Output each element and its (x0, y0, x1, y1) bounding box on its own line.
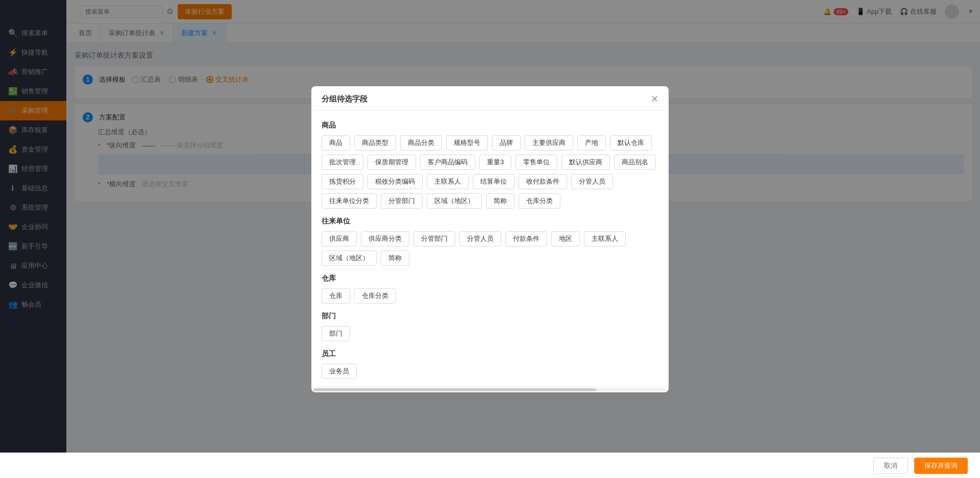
field-tag-0-17[interactable]: 主联系人 (427, 174, 469, 189)
modal-close-icon[interactable]: ✕ (651, 94, 658, 104)
field-tag-0-18[interactable]: 结算单位 (473, 174, 514, 189)
field-tag-0-0[interactable]: 商品 (322, 135, 350, 150)
field-tag-0-5[interactable]: 主要供应商 (525, 135, 573, 150)
cancel-button[interactable]: 取消 (873, 458, 908, 474)
field-tag-0-3[interactable]: 规格型号 (446, 135, 488, 150)
field-tag-1-8[interactable]: 简称 (381, 250, 409, 266)
modal-overlay: 分组待选字段 ✕ 商品商品商品类型商品分类规格型号品牌主要供应商产地默认仓库批次… (0, 0, 980, 478)
field-tag-0-11[interactable]: 重量3 (479, 155, 511, 170)
field-tag-0-21[interactable]: 往来单位分类 (322, 193, 377, 209)
field-tag-0-20[interactable]: 分管人员 (571, 174, 613, 189)
field-tag-1-7[interactable]: 区域（地区） (322, 250, 377, 266)
field-tag-0-12[interactable]: 零售单位 (516, 155, 557, 170)
field-tag-0-25[interactable]: 仓库分类 (519, 193, 560, 209)
field-tag-1-2[interactable]: 分管部门 (413, 231, 455, 246)
field-tag-0-13[interactable]: 默认供应商 (561, 155, 610, 170)
modal: 分组待选字段 ✕ 商品商品商品类型商品分类规格型号品牌主要供应商产地默认仓库批次… (311, 86, 669, 392)
field-tag-0-4[interactable]: 品牌 (492, 135, 521, 150)
section-title-4: 员工 (322, 349, 658, 359)
field-tag-0-19[interactable]: 收付款条件 (519, 174, 567, 189)
field-tag-0-7[interactable]: 默认仓库 (610, 135, 652, 150)
field-group-0: 商品商品类型商品分类规格型号品牌主要供应商产地默认仓库批次管理保质期管理客户商品… (322, 135, 658, 209)
field-tag-3-0[interactable]: 部门 (322, 326, 350, 341)
field-tag-4-0[interactable]: 业务员 (322, 364, 357, 379)
modal-title: 分组待选字段 (322, 94, 368, 104)
section-title-2: 仓库 (322, 274, 658, 283)
modal-body: 商品商品商品类型商品分类规格型号品牌主要供应商产地默认仓库批次管理保质期管理客户… (311, 111, 669, 387)
field-tag-0-9[interactable]: 保质期管理 (368, 155, 416, 170)
field-tag-1-0[interactable]: 供应商 (322, 231, 357, 246)
field-tag-0-2[interactable]: 商品分类 (400, 135, 442, 150)
modal-header: 分组待选字段 ✕ (311, 86, 669, 111)
field-tag-0-14[interactable]: 商品别名 (614, 155, 656, 170)
field-tag-0-1[interactable]: 商品类型 (354, 135, 396, 150)
field-tag-0-15[interactable]: 拣货积分 (322, 174, 363, 189)
section-title-3: 部门 (322, 312, 658, 321)
field-tag-1-6[interactable]: 主联系人 (584, 231, 626, 246)
field-tag-1-1[interactable]: 供应商分类 (361, 231, 409, 246)
save-query-button[interactable]: 保存并查询 (914, 458, 968, 474)
field-tag-0-24[interactable]: 简称 (486, 193, 514, 209)
field-group-4: 业务员 (322, 364, 658, 379)
field-tag-0-8[interactable]: 批次管理 (322, 155, 363, 170)
field-tag-1-5[interactable]: 地区 (551, 231, 580, 246)
section-title-1: 往来单位 (322, 217, 658, 226)
field-tag-1-3[interactable]: 分管人员 (459, 231, 501, 246)
field-tag-0-6[interactable]: 产地 (577, 135, 606, 150)
field-group-1: 供应商供应商分类分管部门分管人员付款条件地区主联系人区域（地区）简称 (322, 231, 658, 266)
field-tag-1-4[interactable]: 付款条件 (505, 231, 547, 246)
field-tag-2-0[interactable]: 仓库 (322, 288, 350, 304)
bottom-bar: 取消 保存并查询 (0, 452, 980, 478)
modal-hscrollbar[interactable] (311, 387, 669, 392)
field-tag-0-23[interactable]: 区域（地区） (427, 193, 482, 209)
section-title-0: 商品 (322, 121, 658, 130)
field-tag-0-10[interactable]: 客户商品编码 (420, 155, 475, 170)
field-tag-0-22[interactable]: 分管部门 (381, 193, 423, 209)
field-tag-2-1[interactable]: 仓库分类 (354, 288, 396, 304)
field-tag-0-16[interactable]: 税收分类编码 (368, 174, 423, 189)
field-group-3: 部门 (322, 326, 658, 341)
field-group-2: 仓库仓库分类 (322, 288, 658, 304)
